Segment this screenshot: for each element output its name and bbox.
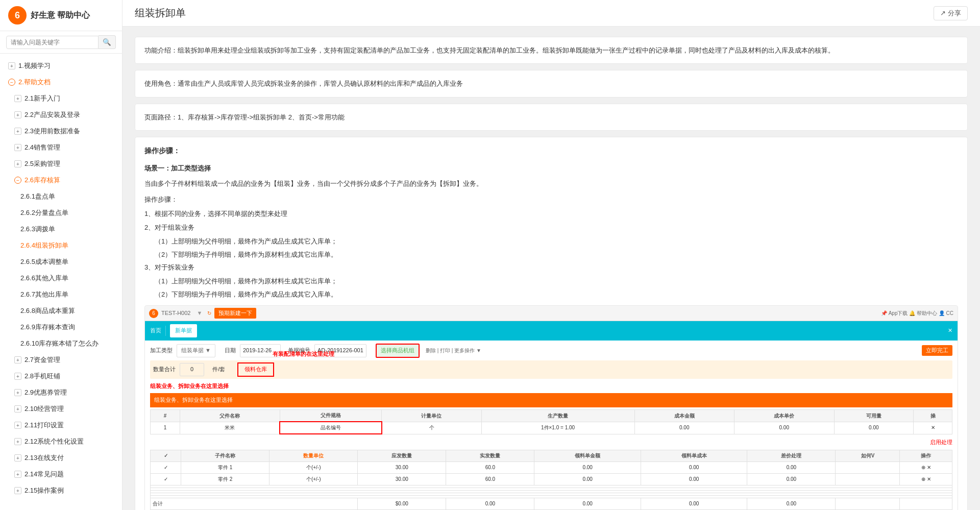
sidebar-item-label: 2.3使用前数据准备 — [24, 127, 80, 136]
sidebar-item-label: 2.4销售管理 — [24, 143, 60, 152]
sidebar-item-label: 2.15操作案例 — [24, 486, 64, 495]
expand-icon: + — [14, 405, 21, 412]
sidebar-item-2610[interactable]: 2.6.10库存账本错了怎么办 — [0, 335, 122, 352]
sidebar-item-docs[interactable]: − 2.帮助文档 — [0, 74, 122, 90]
sidebar-item-install[interactable]: + 2.2产品安装及登录 — [0, 107, 122, 123]
sidebar-item-label: 2.6.1盘点单 — [20, 192, 55, 201]
expand-icon: + — [14, 471, 21, 478]
sidebar-item-label: 2.11打印设置 — [24, 421, 64, 430]
ops-steps: 操作步骤： 1、根据不同的业务，选择不同单据的类型来处理 2、对于组装业务 （1… — [144, 193, 958, 300]
ss-th-seq: # — [151, 410, 180, 422]
ss-th-product: 父件名称 — [180, 410, 280, 422]
expand-icon: + — [14, 144, 21, 151]
table-footer: 合计 $0.00 0.00 0.00 0.00 0.00 — [151, 498, 952, 510]
sidebar-item-finance[interactable]: + 2.7资金管理 — [0, 352, 122, 368]
sidebar-item-faq[interactable]: + 2.14常见问题 — [0, 466, 122, 482]
ss-th-cost: 成本金额 — [634, 410, 734, 422]
sidebar-item-sales[interactable]: + 2.4销售管理 — [0, 139, 122, 156]
table-row: ✓ 零件 2 个(+/-) 30.00 60.0 0.00 0.00 0.00 — [151, 474, 952, 485]
sidebar-item-263[interactable]: 2.6.3调拨单 — [0, 221, 122, 237]
topbar: 组装拆卸单 ↗ 分享 — [122, 0, 980, 27]
sidebar-item-coupon[interactable]: + 2.9优惠券管理 — [0, 384, 122, 401]
sidebar-item-267[interactable]: 2.6.7其他出库单 — [0, 286, 122, 303]
ops-title: 操作步骤： — [144, 144, 958, 157]
sidebar-item-system[interactable]: + 2.12系统个性化设置 — [0, 433, 122, 450]
ss-code: TEST-H002 — [161, 308, 190, 319]
ss-qty: 0 — [180, 363, 204, 376]
sidebar-item-266[interactable]: 2.6.6其他入库单 — [0, 270, 122, 286]
ss-th-spec: 父件规格 — [280, 410, 381, 422]
ss-form-row1: 加工类型 组装单据 ▼ 日期 2019-12-26 单据编号 AD-201912… — [150, 344, 952, 358]
ss-form: 加工类型 组装单据 ▼ 日期 2019-12-26 单据编号 AD-201912… — [145, 341, 958, 510]
scene1-block: 场景一：加工类型选择 当由多个子件材料组装成一个成品的业务为【组装】业务，当由一… — [144, 162, 958, 189]
sidebar-item-265[interactable]: 2.6.5成本调整单 — [0, 254, 122, 270]
logo-icon: 6 — [8, 6, 27, 25]
step2-2-text: （2）下部明细为子件明细，最终作为原材料生成其它出库单。 — [144, 249, 958, 260]
sidebar-item-label: 2.12系统个性化设置 — [24, 437, 84, 446]
table-row: 1 米米 品名编号 个 1件×1.0 = 1.00 0.00 0.00 0.00… — [151, 422, 952, 434]
sidebar-item-label: 2.9优惠券管理 — [24, 388, 67, 397]
screenshot-wrapper: 6 TEST-H002 ▼ ↻ 预期新建一下 📌 App下载 🔔 帮助中心 👤 … — [145, 306, 958, 510]
search-button[interactable]: 🔍 — [99, 35, 116, 49]
ss-annotation1: 有装配清单的在这里处理 — [273, 349, 334, 359]
sidebar-item-label: 2.10经营管理 — [24, 404, 64, 414]
ss-th-op: 操 — [914, 410, 952, 422]
step3-2-text: （2）下部明细为子件明细，最终作为产成品生成其它入库单。 — [144, 288, 958, 300]
sidebar-item-label: 2.2产品安装及登录 — [24, 110, 80, 119]
step3-1-text: （1）上部明细为父件明细，最终作为原材料生成其它出库单； — [144, 275, 958, 287]
expand-icon: + — [14, 356, 21, 363]
expand-icon: + — [14, 422, 21, 429]
sidebar-item-268[interactable]: 2.6.8商品成本重算 — [0, 303, 122, 319]
collapse-icon: − — [8, 79, 15, 86]
sidebar-item-261[interactable]: 2.6.1盘点单 — [0, 188, 122, 205]
ss-th-qty2: 计量单位 — [382, 410, 482, 422]
sidebar-item-269[interactable]: 2.6.9库存账本查询 — [0, 319, 122, 335]
sidebar-item-mobile[interactable]: + 2.8手机旺铺 — [0, 368, 122, 384]
ss-form-label-unit: 件/套 — [212, 365, 225, 375]
sidebar-item-label: 2.6.8商品成本重算 — [20, 306, 75, 315]
expand-icon: + — [14, 487, 21, 494]
role-box: 使用角色：通常由生产人员或库管人员完成拆装业务的操作，库管人员确认原材料的出库和… — [135, 70, 968, 97]
step2-1-text: （1）上部明细为父件明细，最终作为产成品生成其它入库单； — [144, 235, 958, 247]
step2-text: 2、对于组装业务 — [144, 222, 958, 233]
ss-warehouse-input[interactable]: 领料仓库 — [237, 362, 274, 377]
sidebar-item-stock[interactable]: − 2.6库存核算 — [0, 172, 122, 188]
ss-teal-tab[interactable]: 新单据 — [170, 324, 197, 337]
expand-icon: + — [14, 128, 21, 135]
sidebar-item-purchase[interactable]: + 2.5采购管理 — [0, 156, 122, 172]
ss-new-btn[interactable]: 预期新建一下 — [214, 308, 256, 319]
expand-icon: + — [14, 95, 21, 102]
search-input[interactable] — [6, 36, 99, 49]
share-label: 分享 — [948, 9, 961, 18]
sidebar-item-ops[interactable]: + 2.10经营管理 — [0, 401, 122, 417]
sidebar-item-print[interactable]: + 2.11打印设置 — [0, 417, 122, 433]
ss-type-input[interactable]: 组装单据 ▼ — [177, 344, 215, 357]
ss-form-label-type: 加工类型 — [150, 346, 173, 356]
sidebar-item-264[interactable]: 2.6.4组装拆卸单 — [0, 237, 122, 254]
ss-annotation3: 启用处理 — [150, 438, 952, 448]
sidebar-item-262[interactable]: 2.6.2分量盘点单 — [0, 205, 122, 221]
page-title: 组装拆卸单 — [135, 6, 186, 20]
ss-topbar: 6 TEST-H002 ▼ ↻ 预期新建一下 📌 App下载 🔔 帮助中心 👤 … — [145, 306, 958, 321]
intro-text: 功能介绍：组装拆卸单用来处理企业组装或拆卸等加工业务，支持有固定装配清单的产品加… — [144, 44, 958, 56]
expand-icon: + — [14, 111, 21, 118]
sidebar-item-payment[interactable]: + 2.13在线支付 — [0, 450, 122, 466]
sidebar-header: 6 好生意 帮助中心 — [0, 0, 122, 31]
ss-th-qty3: 生产数量 — [481, 410, 634, 422]
ss-select-btn[interactable]: 选择商品机组 — [376, 344, 420, 358]
ss-dropdown-icon: ▼ — [197, 308, 202, 319]
intro-box: 功能介绍：组装拆卸单用来处理企业组装或拆卸等加工业务，支持有固定装配清单的产品加… — [135, 37, 968, 64]
step3-text: 3、对于拆装业务 — [144, 261, 958, 273]
ss-section-label: 组装业务、拆卸业务在这里选择 — [154, 397, 233, 403]
sidebar-item-video[interactable]: + 1.视频学习 — [0, 58, 122, 74]
sidebar-item-label: 2.6.6其他入库单 — [20, 274, 68, 283]
share-button[interactable]: ↗ 分享 — [934, 6, 968, 20]
main-content: 组装拆卸单 ↗ 分享 功能介绍：组装拆卸单用来处理企业组装或拆卸等加工业务，支持… — [122, 0, 980, 510]
role-text: 使用角色：通常由生产人员或库管人员完成拆装业务的操作，库管人员确认原材料的出库和… — [144, 78, 958, 89]
ss-confirm-btn[interactable]: 立即完工 — [922, 345, 952, 356]
sidebar-item-cases[interactable]: + 2.15操作案例 — [0, 482, 122, 499]
sidebar-item-newbie[interactable]: + 2.1新手入门 — [0, 90, 122, 107]
sidebar-item-data[interactable]: + 2.3使用前数据准备 — [0, 123, 122, 139]
ss-th-avail: 可用量 — [834, 410, 914, 422]
ss-form-label-qty: 数量合计 — [153, 365, 176, 375]
